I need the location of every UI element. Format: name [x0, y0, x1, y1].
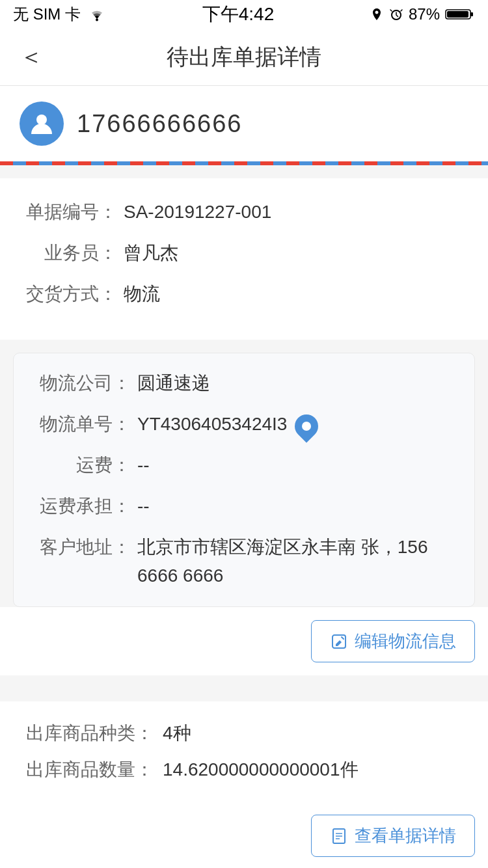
avatar: [20, 102, 64, 146]
svg-point-0: [96, 19, 98, 21]
freight-bearer-row: 运费承担： --: [33, 492, 455, 521]
carrier-text: 无 SIM 卡: [13, 4, 81, 25]
svg-rect-3: [470, 12, 473, 16]
freight-row: 运费： --: [33, 451, 455, 480]
svg-point-5: [36, 115, 47, 125]
goods-types-label: 出库商品种类：: [26, 721, 156, 746]
address-row: 客户地址： 北京市市辖区海淀区永丰南 张，156 6666 6666: [33, 533, 455, 591]
logistics-company-label: 物流公司：: [33, 369, 131, 398]
status-right: 87%: [370, 5, 475, 23]
delivery-label: 交货方式：: [26, 280, 117, 309]
battery-text: 87%: [409, 5, 440, 23]
view-detail-button[interactable]: 查看单据详情: [311, 815, 475, 857]
alarm-icon: [389, 7, 403, 21]
view-detail-area: 查看单据详情: [0, 802, 488, 868]
freight-value: --: [137, 451, 455, 480]
back-button[interactable]: ＜: [20, 34, 56, 79]
logistics-card: 物流公司： 圆通速递 物流单号： YT43064053424I3 运费： -- …: [13, 353, 475, 607]
edit-logistics-label: 编辑物流信息: [355, 630, 456, 653]
freight-label: 运费：: [33, 451, 131, 480]
salesman-label: 业务员：: [26, 239, 117, 268]
address-value: 北京市市辖区海淀区永丰南 张，156 6666 6666: [137, 533, 455, 591]
edit-logistics-button[interactable]: 编辑物流信息: [311, 620, 475, 662]
order-info-section: 单据编号： SA-20191227-001 业务员： 曾凡杰 交货方式： 物流: [0, 178, 488, 340]
section-separator-1: [0, 675, 488, 688]
dashed-separator: [0, 161, 488, 165]
salesman-row: 业务员： 曾凡杰: [26, 239, 462, 268]
logistics-company-value: 圆通速递: [137, 369, 455, 398]
svg-rect-4: [447, 11, 468, 18]
freight-bearer-value: --: [137, 492, 455, 521]
order-no-value: SA-20191227-001: [124, 198, 462, 227]
edit-icon: [330, 632, 348, 651]
status-bar: 无 SIM 卡 下午4:42 87%: [0, 0, 488, 29]
goods-types-row: 出库商品种类： 4种: [26, 721, 462, 746]
nav-title: 待出库单据详情: [167, 42, 321, 72]
goods-types-value: 4种: [163, 721, 191, 746]
user-icon: [29, 111, 55, 137]
address-label: 客户地址：: [33, 533, 131, 562]
edit-logistics-area: 编辑物流信息: [0, 607, 488, 675]
location-icon: [370, 7, 384, 21]
status-time: 下午4:42: [202, 2, 275, 27]
customer-header: 17666666666: [0, 86, 488, 161]
customer-phone: 17666666666: [77, 110, 242, 138]
nav-bar: ＜ 待出库单据详情: [0, 29, 488, 86]
delivery-value: 物流: [124, 280, 462, 309]
location-pin-icon[interactable]: [290, 409, 323, 442]
status-left: 无 SIM 卡: [13, 4, 107, 25]
tracking-no-row: 物流单号： YT43064053424I3: [33, 410, 455, 439]
goods-quantity-label: 出库商品数量：: [26, 757, 156, 782]
goods-quantity-row: 出库商品数量： 14.620000000000001件: [26, 757, 462, 782]
freight-bearer-label: 运费承担：: [33, 492, 131, 521]
tracking-no-label: 物流单号：: [33, 410, 131, 439]
order-no-label: 单据编号：: [26, 198, 117, 227]
document-icon: [330, 827, 348, 845]
view-detail-label: 查看单据详情: [355, 824, 456, 847]
order-no-row: 单据编号： SA-20191227-001: [26, 198, 462, 227]
logistics-company-row: 物流公司： 圆通速递: [33, 369, 455, 398]
goods-section: 出库商品种类： 4种 出库商品数量： 14.620000000000001件: [0, 701, 488, 802]
delivery-row: 交货方式： 物流: [26, 280, 462, 309]
tracking-no-value: YT43064053424I3: [137, 410, 455, 439]
battery-icon: [445, 7, 475, 21]
wifi-icon: [87, 7, 107, 21]
salesman-value: 曾凡杰: [124, 239, 462, 268]
goods-quantity-value: 14.620000000000001件: [163, 757, 359, 782]
